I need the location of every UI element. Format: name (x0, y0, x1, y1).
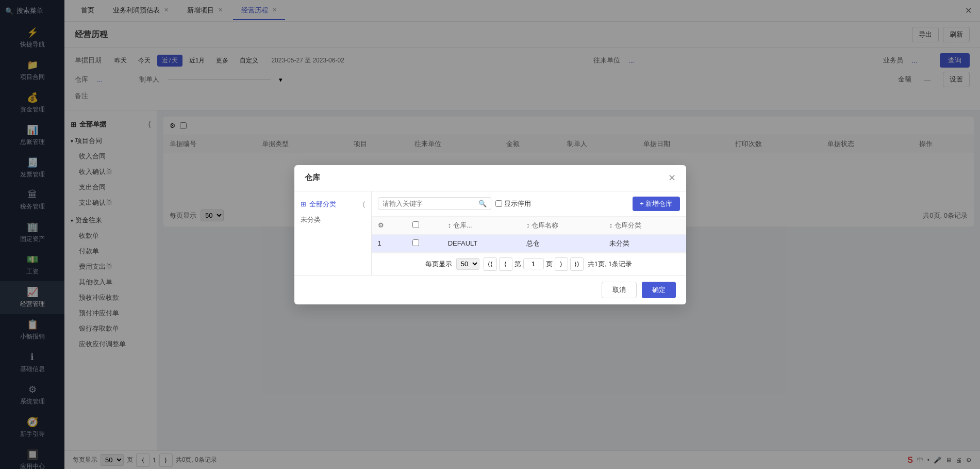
modal-col-check (406, 217, 442, 235)
modal-col-category: ↕ 仓库分类 (603, 217, 686, 235)
prev-page-btn[interactable]: ⟨ (499, 257, 512, 271)
modal-table: ⚙ ↕ 仓库... ↕ 仓库名称 ↕ 仓库分类 1 DEFA (372, 217, 686, 253)
modal-body: ⊞ 全部分类 ⟨ 未分类 🔍 显示停用 (294, 191, 686, 275)
warehouse-modal: 仓库 ✕ ⊞ 全部分类 ⟨ 未分类 🔍 (294, 165, 686, 304)
row-category: 未分类 (603, 234, 686, 252)
modal-left-panel: ⊞ 全部分类 ⟨ 未分类 (294, 191, 372, 275)
modal-title: 仓库 (305, 173, 320, 183)
modal-table-footer: 每页显示 50 ⟨⟨ ⟨ 第 页 ⟩ ⟩⟩ 共1页, 1条记录 (372, 253, 686, 275)
table-row[interactable]: 1 DEFAULT 总仓 未分类 (372, 234, 686, 252)
add-warehouse-button[interactable]: + 新增仓库 (633, 197, 679, 211)
modal-left-header[interactable]: ⊞ 全部分类 ⟨ (294, 197, 371, 212)
modal-collapse-btn[interactable]: ⟨ (362, 200, 365, 208)
grid-icon-modal: ⊞ (301, 200, 306, 208)
show-disabled-label[interactable]: 显示停用 (495, 199, 531, 208)
modal-col-gear: ⚙ (372, 217, 406, 235)
modal-select-all[interactable] (412, 221, 419, 228)
next-page-btn[interactable]: ⟩ (555, 257, 568, 271)
page-of-label: 页 (546, 260, 553, 269)
modal-search-input[interactable] (383, 200, 476, 207)
modal-per-page-select[interactable]: 50 (456, 258, 479, 270)
modal-per-page-label: 每页显示 (425, 260, 452, 269)
modal-footer: 取消 确定 (294, 275, 686, 304)
cancel-button[interactable]: 取消 (602, 282, 637, 298)
row-name: 总仓 (520, 234, 603, 252)
row-checkbox (406, 234, 442, 252)
row-code: DEFAULT (442, 234, 520, 252)
modal-table-wrap: ⚙ ↕ 仓库... ↕ 仓库名称 ↕ 仓库分类 1 DEFA (372, 217, 686, 253)
page-num-input[interactable] (523, 258, 544, 269)
show-disabled-checkbox[interactable] (495, 200, 502, 207)
modal-close-button[interactable]: ✕ (668, 172, 676, 184)
search-icon-modal: 🔍 (478, 200, 487, 207)
confirm-button[interactable]: 确定 (642, 282, 676, 298)
modal-left-uncategorized[interactable]: 未分类 (294, 212, 371, 228)
modal-overlay[interactable]: 仓库 ✕ ⊞ 全部分类 ⟨ 未分类 🔍 (0, 0, 980, 469)
modal-col-name: ↕ 仓库名称 (520, 217, 603, 235)
modal-total-label: 共1页, 1条记录 (588, 260, 633, 269)
page-label: 第 (514, 260, 521, 269)
modal-search-box: 🔍 (378, 197, 491, 210)
modal-header: 仓库 ✕ (294, 165, 686, 191)
last-page-btn[interactable]: ⟩⟩ (570, 257, 584, 271)
modal-right-panel: 🔍 显示停用 + 新增仓库 ⚙ ↕ 仓库... (372, 191, 686, 275)
row-check[interactable] (412, 239, 419, 246)
modal-page-nav: ⟨⟨ ⟨ 第 页 ⟩ ⟩⟩ (484, 257, 584, 271)
modal-col-code: ↕ 仓库... (442, 217, 520, 235)
modal-toolbar: 🔍 显示停用 + 新增仓库 (372, 191, 686, 217)
row-index: 1 (372, 234, 406, 252)
first-page-btn[interactable]: ⟨⟨ (484, 257, 497, 271)
all-category-label: 全部分类 (309, 200, 336, 209)
